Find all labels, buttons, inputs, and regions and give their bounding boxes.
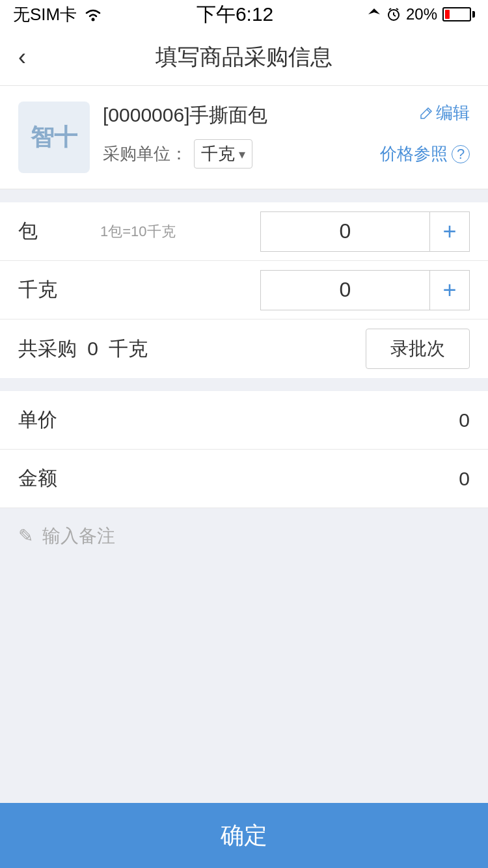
amount-label: 金额	[18, 465, 57, 492]
price-section: 单价 0 金额 0	[0, 391, 488, 508]
nav-bar: ‹ 填写商品采购信息	[0, 29, 488, 86]
carrier-label: 无SIM卡	[13, 3, 77, 26]
unit-price-label: 单价	[18, 407, 57, 433]
pencil-icon: ✎	[18, 525, 33, 547]
edit-icon	[419, 106, 433, 120]
input-section: 包 1包=10千克 + 千克 + 共采购 0 千克 录批次	[0, 202, 488, 378]
total-unit: 千克	[109, 338, 148, 359]
bao-input[interactable]	[260, 211, 429, 252]
alarm-icon	[386, 7, 401, 21]
total-amount: 0	[87, 338, 98, 359]
help-icon: ?	[452, 145, 470, 163]
price-ref-label: 价格参照	[380, 142, 448, 165]
status-right: 20%	[367, 5, 475, 23]
unit-select[interactable]: 千克 ▾	[194, 139, 252, 169]
bao-input-row: 包 1包=10千克 +	[0, 202, 488, 261]
total-row: 共采购 0 千克 录批次	[0, 319, 488, 378]
remark-section[interactable]: ✎ 输入备注	[0, 508, 488, 586]
status-left: 无SIM卡	[13, 3, 103, 26]
empty-space	[0, 586, 488, 803]
svg-line-3	[394, 15, 396, 16]
battery-percent: 20%	[406, 5, 437, 23]
bao-input-wrapper: +	[176, 211, 470, 252]
kg-plus-button[interactable]: +	[429, 270, 470, 310]
product-logo: 智十	[31, 122, 77, 154]
bao-sub-label: 1包=10千克	[100, 222, 176, 241]
page-title: 填写商品采购信息	[156, 42, 332, 72]
status-bar: 无SIM卡 下午6:12 20%	[0, 0, 488, 29]
battery-icon	[442, 7, 475, 21]
batch-button[interactable]: 录批次	[366, 329, 470, 369]
amount-row: 金额 0	[0, 450, 488, 508]
section-divider-2	[0, 378, 488, 391]
edit-button[interactable]: 编辑	[419, 102, 470, 124]
location-icon	[367, 7, 381, 21]
total-text: 共采购 0 千克	[18, 336, 148, 362]
product-full-name: [0000006]手撕面包	[103, 102, 267, 129]
wifi-icon	[83, 7, 103, 21]
back-button[interactable]: ‹	[18, 44, 26, 71]
amount-value: 0	[459, 468, 470, 490]
product-name-row: [0000006]手撕面包 编辑	[103, 102, 470, 129]
svg-point-0	[92, 18, 95, 21]
kg-input-row: 千克 +	[0, 261, 488, 319]
purchase-unit-label: 采购单位：	[103, 142, 187, 165]
kg-input-wrapper: +	[96, 270, 470, 310]
product-info: [0000006]手撕面包 编辑 采购单位： 千克 ▾	[103, 102, 470, 169]
status-time: 下午6:12	[197, 1, 273, 28]
svg-line-5	[396, 8, 398, 10]
total-label: 共采购	[18, 338, 77, 359]
unit-price-value: 0	[459, 409, 470, 431]
unit-value: 千克	[201, 142, 235, 165]
confirm-button[interactable]: 确定	[0, 803, 488, 868]
unit-arrow-icon: ▾	[239, 146, 245, 162]
product-card: 智十 [0000006]手撕面包 编辑 采购单位： 千克 ▾	[0, 86, 488, 189]
kg-label: 千克	[18, 277, 96, 303]
product-image: 智十	[18, 102, 90, 173]
price-ref-button[interactable]: 价格参照 ?	[380, 142, 470, 165]
kg-input[interactable]	[260, 270, 429, 310]
bao-label: 包	[18, 218, 96, 245]
svg-line-4	[389, 8, 391, 10]
section-divider-1	[0, 189, 488, 202]
remark-placeholder: 输入备注	[42, 524, 115, 549]
unit-price-row: 单价 0	[0, 391, 488, 450]
edit-label: 编辑	[436, 102, 470, 124]
bao-plus-button[interactable]: +	[429, 211, 470, 252]
purchase-unit-row: 采购单位： 千克 ▾ 价格参照 ?	[103, 139, 470, 169]
